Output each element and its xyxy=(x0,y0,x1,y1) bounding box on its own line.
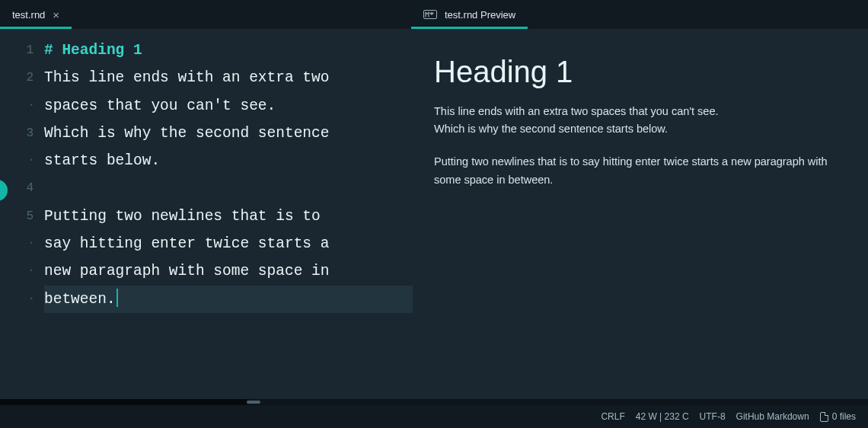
gutter-line: • xyxy=(0,92,34,120)
tab-bar: test.rnd × test.rnd Preview xyxy=(0,0,868,29)
status-wordcount[interactable]: 42 W | 232 C xyxy=(636,411,689,422)
status-eol[interactable]: CRLF xyxy=(601,411,624,422)
code-line[interactable]: Putting two newlines that is to xyxy=(44,203,413,230)
gutter-line: 2 xyxy=(0,64,34,91)
horizontal-scrollbar[interactable] xyxy=(0,399,868,405)
code-area[interactable]: # Heading 1This line ends with an extra … xyxy=(44,37,413,405)
code-line[interactable]: say hitting enter twice starts a xyxy=(44,230,413,257)
tab-label: test.rnd Preview xyxy=(445,9,515,21)
code-line[interactable] xyxy=(44,174,413,202)
file-icon xyxy=(820,412,828,422)
tab-preview[interactable]: test.rnd Preview xyxy=(411,0,528,29)
tab-label: test.rnd xyxy=(12,9,45,21)
status-grammar[interactable]: GitHub Markdown xyxy=(736,411,809,422)
code-line[interactable]: between. xyxy=(44,286,413,313)
scroll-track xyxy=(0,399,247,405)
line-gutter: 12•3•45••• xyxy=(0,37,44,405)
status-encoding[interactable]: UTF-8 xyxy=(700,411,726,422)
preview-tab-group: test.rnd Preview xyxy=(411,0,868,29)
code-line[interactable]: This line ends with an extra two xyxy=(44,64,413,91)
markdown-icon xyxy=(423,10,437,19)
text-cursor xyxy=(116,289,118,307)
gutter-line: • xyxy=(0,230,34,257)
editor-tab-group: test.rnd × xyxy=(0,0,411,29)
preview-heading: Heading 1 xyxy=(434,55,847,89)
scroll-thumb[interactable] xyxy=(247,401,260,404)
code-line[interactable]: new paragraph with some space in xyxy=(44,257,413,285)
split-panes: 12•3•45••• # Heading 1This line ends wit… xyxy=(0,29,868,405)
gutter-line: 3 xyxy=(0,120,34,147)
preview-pane: Heading 1 This line ends with an extra t… xyxy=(413,29,868,405)
preview-paragraph: This line ends with an extra two spaces … xyxy=(434,103,847,138)
code-line[interactable]: Which is why the second sentence xyxy=(44,120,413,147)
preview-paragraph: Putting two newlines that is to say hitt… xyxy=(434,153,847,188)
code-line[interactable]: starts below. xyxy=(44,147,413,174)
tab-editor[interactable]: test.rnd × xyxy=(0,0,72,29)
editor-pane[interactable]: 12•3•45••• # Heading 1This line ends wit… xyxy=(0,29,413,405)
status-files[interactable]: 0 files xyxy=(820,411,856,422)
close-icon[interactable]: × xyxy=(53,9,59,21)
code-line[interactable]: # Heading 1 xyxy=(44,37,413,64)
status-files-label: 0 files xyxy=(832,411,856,422)
gutter-line: • xyxy=(0,257,34,285)
gutter-line: 1 xyxy=(0,37,34,64)
gutter-line: • xyxy=(0,286,34,313)
status-bar: CRLF 42 W | 232 C UTF-8 GitHub Markdown … xyxy=(0,405,868,428)
gutter-line: 5 xyxy=(0,203,34,230)
gutter-line: • xyxy=(0,147,34,174)
code-line[interactable]: spaces that you can't see. xyxy=(44,92,413,120)
